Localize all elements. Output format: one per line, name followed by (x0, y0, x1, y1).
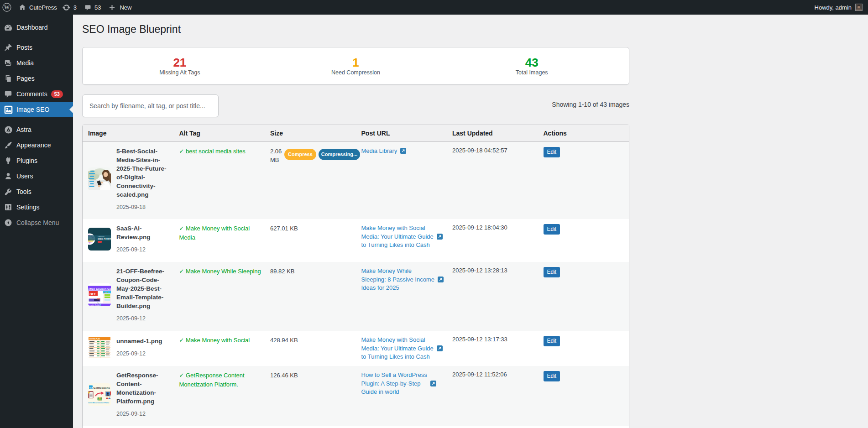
svg-text:HOSTING PLAN: HOSTING PLAN (89, 338, 100, 340)
svg-text:ntent Monetization Platfo: ntent Monetization Platfo (88, 401, 110, 403)
svg-text:GetRespons: GetRespons (94, 386, 110, 389)
svg-text:OFF: OFF (89, 292, 96, 296)
svg-text:efree Coupon Co: efree Coupon Co (89, 287, 111, 290)
svg-text:W: W (4, 4, 10, 10)
svg-text:emplate Builder: emplate Builder (89, 304, 101, 306)
svg-text:SaaS Ai Review: SaaS Ai Review (98, 238, 111, 240)
